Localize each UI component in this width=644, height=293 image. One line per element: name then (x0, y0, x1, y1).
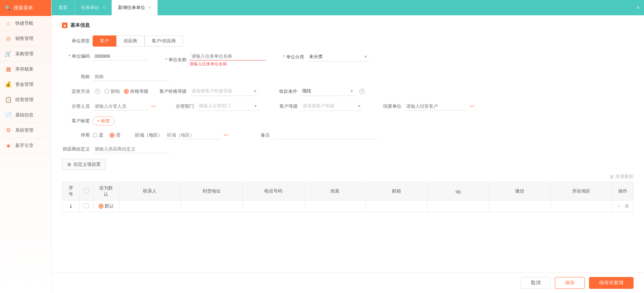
home-icon: ⌂ (5, 20, 12, 26)
radio-price-level-circle (124, 89, 129, 94)
tab-new-partner-close[interactable]: × (149, 6, 151, 10)
custom-settings-icon: ⚙ (67, 162, 71, 167)
cell-contact[interactable] (119, 201, 181, 212)
unit-category-select[interactable]: 未分类 ▼ (307, 52, 370, 62)
batch-delete-button[interactable]: 🗑 批量删除 (610, 173, 634, 180)
radio-discount[interactable]: 折扣 (104, 88, 120, 95)
radio-no-label: 否 (116, 132, 120, 138)
payment-terms-help[interactable]: ? (359, 89, 365, 94)
tab-home[interactable]: 首页 (52, 0, 75, 15)
close-all-tabs[interactable]: × (637, 5, 640, 11)
fax-input[interactable] (308, 204, 361, 209)
type-btn-both[interactable]: 客户/供应商 (144, 35, 183, 47)
sidebar-item-basic[interactable]: 📄 基础信息 (0, 107, 51, 123)
cancel-button[interactable]: 取消 (521, 277, 551, 289)
manager-dots[interactable]: ··· (151, 103, 156, 109)
cell-seq: 1 (62, 201, 80, 212)
customer-price-level-select[interactable]: 请选择客户价格等级 ▼ (189, 87, 259, 96)
radio-price-level[interactable]: 价格等级 (124, 88, 148, 95)
region-field: 区域（地区） ··· (134, 131, 228, 139)
radio-no[interactable]: 否 (110, 132, 120, 138)
sidebar-item-guide[interactable]: ◈ 新手引导 (0, 138, 51, 153)
cell-email[interactable] (366, 201, 427, 212)
customer-level-field: 客户等级 请选择客户等级 ▼ (270, 101, 363, 111)
payment-terms-chevron: ▼ (350, 89, 354, 93)
radio-yes-circle (93, 133, 97, 138)
row-region-input[interactable] (555, 204, 608, 209)
cell-qq[interactable] (427, 201, 489, 212)
manager-field: 分管人员 ··· (62, 102, 156, 111)
section-title-text: 基本信息 (70, 22, 90, 29)
delete-row-btn[interactable]: 🗑 (625, 203, 629, 209)
cell-wechat[interactable] (489, 201, 551, 212)
settlement-dots[interactable]: ··· (470, 103, 474, 109)
unit-type-field: 单位类型 客户 供应商 客户/供应商 (62, 35, 634, 47)
notes-input[interactable] (273, 131, 377, 139)
radio-yes[interactable]: 是 (93, 132, 103, 138)
sidebar-item-finance[interactable]: 💰 资金管理 (0, 77, 51, 92)
custom-settings-label: 自定义项设置 (73, 161, 101, 168)
cell-action: ＋ 🗑 (612, 201, 634, 212)
sidebar-item-sales[interactable]: ◎ 销售管理 (0, 31, 51, 46)
pricing-row: 定价方法 ? 折扣 价格等级 客户价格等级 请选择客户价格等级 ▼ (62, 87, 634, 96)
tab-partners[interactable]: 往来单位 × (75, 0, 112, 15)
add-tag-button[interactable]: + 标签 (93, 116, 115, 125)
basic-icon: 📄 (5, 112, 12, 118)
sidebar-item-quick-nav[interactable]: ⌂ 快捷导航 (0, 16, 51, 31)
customer-price-level-label: 客户价格等级 (159, 88, 187, 95)
supplier-custom-input[interactable] (93, 145, 169, 153)
main-area: 首页 往来单位 × 新增往来单位 × × ■ 基本信息 单位类型 客户 供应商 … (52, 0, 644, 293)
disabled-row: 停用 是 否 区域（地区） ··· 备注 (62, 131, 634, 139)
tab-partners-close[interactable]: × (103, 6, 105, 10)
email-input[interactable] (370, 204, 423, 209)
region-input[interactable] (165, 131, 221, 139)
short-name-input[interactable] (93, 73, 169, 81)
manager-input[interactable] (93, 102, 148, 111)
unit-name-error: 请输入往来单位名称 (189, 61, 266, 67)
notes-label: 备注 (242, 132, 270, 138)
phone-input[interactable] (247, 204, 300, 209)
col-seq: 序号 (62, 182, 80, 201)
sidebar-search[interactable]: 🔍 搜索菜单 (0, 0, 51, 16)
type-btn-customer[interactable]: 客户 (93, 35, 116, 47)
short-name-label: 简称 (62, 74, 90, 80)
type-btn-supplier[interactable]: 供应商 (116, 35, 144, 47)
cell-phone[interactable] (242, 201, 304, 212)
custom-settings-button[interactable]: ⚙ 自定义项设置 (62, 159, 106, 170)
cell-fax[interactable] (304, 201, 366, 212)
settlement-input[interactable] (404, 102, 467, 111)
department-select[interactable]: 请输入分管部门 ▼ (197, 101, 259, 111)
wechat-input[interactable] (493, 204, 546, 209)
sidebar-item-purchase[interactable]: 🛒 采购管理 (0, 46, 51, 62)
department-field: 分管部门 请输入分管部门 ▼ (166, 101, 259, 111)
region-dots[interactable]: ··· (223, 132, 228, 138)
sidebar-item-label: 采购管理 (15, 51, 33, 57)
tab-partners-label: 往来单位 (81, 5, 99, 11)
sidebar-item-system[interactable]: ⚙ 系统管理 (0, 123, 51, 138)
cell-address[interactable] (181, 201, 242, 212)
save-new-button[interactable]: 保存并新增 (589, 277, 634, 289)
save-button[interactable]: 保存 (555, 277, 585, 289)
customer-price-level-placeholder: 请选择客户价格等级 (191, 88, 232, 94)
contact-input[interactable] (124, 204, 176, 209)
customer-level-select[interactable]: 请选择客户等级 ▼ (300, 101, 363, 111)
unit-code-input[interactable] (93, 52, 148, 60)
settlement-label: 结算单位 (374, 103, 401, 109)
sidebar-item-inventory[interactable]: ▦ 库存核算 (0, 62, 51, 77)
sidebar-item-operations[interactable]: 📋 经营管理 (0, 92, 51, 107)
add-tag-label: + 标签 (97, 118, 110, 124)
tab-new-partner[interactable]: 新增往来单位 × (112, 0, 158, 15)
manager-row: 分管人员 ··· 分管部门 请输入分管部门 ▼ 客户等级 请选择客户等级 (62, 101, 634, 111)
row-checkbox[interactable] (84, 203, 89, 208)
pricing-help-icon[interactable]: ? (95, 89, 100, 94)
unit-name-input[interactable] (189, 52, 266, 60)
row-default-radio[interactable]: 默认 (99, 203, 114, 209)
add-row-btn[interactable]: ＋ (616, 203, 621, 209)
qq-input[interactable] (432, 204, 485, 209)
payment-terms-select[interactable]: 现结 ▼ (300, 87, 356, 96)
tab-home-label: 首页 (58, 5, 68, 11)
cell-region[interactable] (551, 201, 612, 212)
select-all-checkbox[interactable] (84, 188, 89, 193)
supplier-custom-row: 供应商自定义 (62, 145, 634, 153)
address-input[interactable] (185, 204, 238, 209)
